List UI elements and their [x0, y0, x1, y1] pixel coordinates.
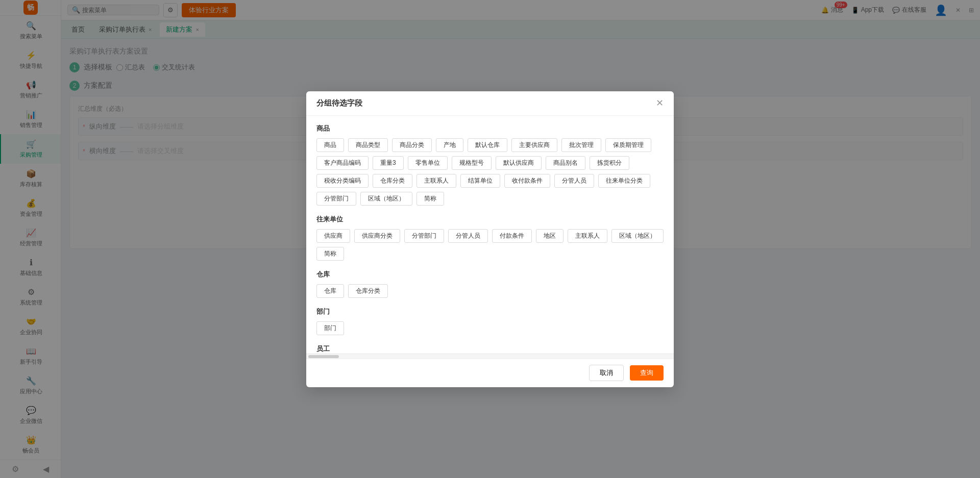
field-tag-0-6[interactable]: 批次管理 [561, 138, 601, 152]
field-group-title-1: 往来单位 [316, 215, 664, 224]
field-group-title-0: 商品 [316, 124, 664, 133]
field-tag-0-12[interactable]: 默认供应商 [496, 156, 542, 170]
field-tag-1-7[interactable]: 区域（地区） [611, 229, 664, 243]
horizontal-scrollbar[interactable] [306, 354, 674, 359]
field-tag-0-19[interactable]: 收付款条件 [504, 174, 550, 188]
field-tag-1-8[interactable]: 简称 [316, 247, 344, 261]
field-group-title-2: 仓库 [316, 270, 664, 279]
field-tag-1-2[interactable]: 分管部门 [404, 229, 444, 243]
field-tag-0-1[interactable]: 商品类型 [348, 138, 388, 152]
field-tag-1-1[interactable]: 供应商分类 [354, 229, 400, 243]
field-selection-modal: 分组待选字段 ✕ 商品商品商品类型商品分类产地默认仓库主要供应商批次管理保质期管… [306, 91, 674, 387]
modal-footer: 取消 查询 [306, 359, 674, 387]
field-tag-0-18[interactable]: 结算单位 [460, 174, 500, 188]
cancel-button[interactable]: 取消 [589, 365, 624, 381]
modal-close-button[interactable]: ✕ [656, 97, 664, 109]
field-group-title-4: 员工 [316, 344, 664, 354]
field-tag-0-23[interactable]: 区域（地区） [360, 192, 412, 206]
modal-title: 分组待选字段 [316, 98, 362, 108]
scrollbar-thumb[interactable] [308, 355, 339, 358]
field-tag-0-7[interactable]: 保质期管理 [605, 138, 651, 152]
field-tag-0-13[interactable]: 商品别名 [546, 156, 585, 170]
field-group-3: 部门部门 [316, 307, 664, 335]
field-tag-0-22[interactable]: 分管部门 [316, 192, 356, 206]
field-group-title-3: 部门 [316, 307, 664, 316]
field-tag-1-4[interactable]: 付款条件 [492, 229, 532, 243]
field-tag-0-8[interactable]: 客户商品编码 [316, 156, 369, 170]
field-tag-0-16[interactable]: 仓库分类 [373, 174, 412, 188]
field-tag-1-3[interactable]: 分管人员 [448, 229, 488, 243]
field-tag-0-3[interactable]: 产地 [436, 138, 463, 152]
field-tag-2-0[interactable]: 仓库 [316, 284, 344, 298]
field-tag-0-2[interactable]: 商品分类 [392, 138, 432, 152]
field-tag-0-14[interactable]: 拣货积分 [590, 156, 629, 170]
field-tag-1-0[interactable]: 供应商 [316, 229, 350, 243]
field-tag-2-1[interactable]: 仓库分类 [348, 284, 388, 298]
field-tag-3-0[interactable]: 部门 [316, 321, 344, 335]
field-tag-0-24[interactable]: 简称 [416, 192, 444, 206]
confirm-button[interactable]: 查询 [630, 365, 664, 381]
modal-header: 分组待选字段 ✕ [306, 91, 674, 116]
field-tag-0-11[interactable]: 规格型号 [452, 156, 492, 170]
field-group-0: 商品商品商品类型商品分类产地默认仓库主要供应商批次管理保质期管理客户商品编码重量… [316, 124, 664, 206]
field-group-1: 往来单位供应商供应商分类分管部门分管人员付款条件地区主联系人区域（地区）简称 [316, 215, 664, 261]
field-tag-0-17[interactable]: 主联系人 [416, 174, 456, 188]
field-tag-1-6[interactable]: 主联系人 [568, 229, 607, 243]
field-tags-3: 部门 [316, 321, 664, 335]
field-tag-0-15[interactable]: 税收分类编码 [316, 174, 369, 188]
field-tag-0-4[interactable]: 默认仓库 [468, 138, 507, 152]
field-tag-0-10[interactable]: 零售单位 [408, 156, 448, 170]
field-tag-1-5[interactable]: 地区 [536, 229, 564, 243]
modal-body: 商品商品商品类型商品分类产地默认仓库主要供应商批次管理保质期管理客户商品编码重量… [306, 116, 674, 354]
field-tag-0-5[interactable]: 主要供应商 [511, 138, 557, 152]
field-tag-0-21[interactable]: 往来单位分类 [598, 174, 650, 188]
field-tags-2: 仓库仓库分类 [316, 284, 664, 298]
field-tag-0-9[interactable]: 重量3 [373, 156, 404, 170]
field-group-2: 仓库仓库仓库分类 [316, 270, 664, 298]
field-tags-1: 供应商供应商分类分管部门分管人员付款条件地区主联系人区域（地区）简称 [316, 229, 664, 261]
field-group-4: 员工业务员 [316, 344, 664, 354]
field-tag-0-20[interactable]: 分管人员 [554, 174, 594, 188]
field-tag-0-0[interactable]: 商品 [316, 138, 344, 152]
field-tags-0: 商品商品类型商品分类产地默认仓库主要供应商批次管理保质期管理客户商品编码重量3零… [316, 138, 664, 206]
